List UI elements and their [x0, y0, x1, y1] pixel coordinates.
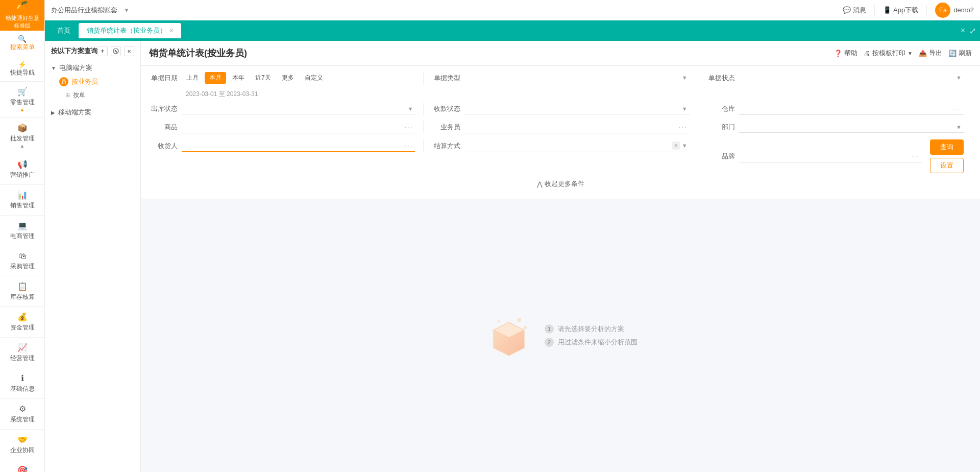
scheme-by-salesperson[interactable]: 员 按业务员	[45, 75, 140, 89]
sidebar-item-sales[interactable]: 📊 销售管理	[0, 185, 44, 216]
filter-cell-outstatus: 出库状态 ▼	[149, 103, 423, 115]
sidebar-item-basics[interactable]: ℹ 基础信息	[0, 368, 44, 399]
collapse-panel-button[interactable]: «	[124, 46, 134, 56]
window-max-button[interactable]: ⤢	[969, 26, 976, 36]
edit-scheme-button[interactable]: ✎	[111, 46, 121, 56]
payment-dropdown[interactable]: × ▼	[464, 139, 689, 152]
page-title: 销货单统计表(按业务员)	[149, 47, 247, 59]
consignee-label: 收货人	[149, 141, 178, 151]
app-logo[interactable]: 🍊 畅捷通好生意 标准版	[0, 0, 44, 31]
empty-content: 1 请先选择要分析的方案 2 用过滤条件来缩小分析范围	[483, 310, 638, 362]
empty-tip-2: 2 用过滤条件来缩小分析范围	[545, 338, 638, 347]
date-this-year-btn[interactable]: 本年	[228, 72, 249, 84]
ecommerce-icon: 💻	[17, 221, 28, 230]
filter-cell-brand: 品牌 ··· 查询 设置	[698, 139, 972, 173]
payment-clear-icon[interactable]: ×	[674, 142, 678, 149]
salesperson-input[interactable]: ···	[464, 121, 689, 133]
consignee-input[interactable]: ···	[182, 139, 415, 152]
sidebar-item-newbie[interactable]: 🎯 新手引导	[0, 460, 44, 472]
sidebar-item-finance[interactable]: 💰 资金管理	[0, 307, 44, 338]
salesperson-label: 业务员	[432, 123, 460, 132]
date-last-month-btn[interactable]: 上月	[182, 72, 203, 84]
receiptstatus-arrow: ▼	[682, 106, 688, 112]
empty-illustration	[483, 310, 534, 362]
sidebar-item-ecommerce[interactable]: 💻 电商管理	[0, 216, 44, 246]
sidebar-item-marketing[interactable]: 📢 营销推广	[0, 154, 44, 185]
filter-cell-payment: 结算方式 × ▼	[423, 139, 697, 152]
query-button[interactable]: 查询	[930, 139, 964, 155]
outstatus-label: 出库状态	[149, 104, 178, 113]
receiptstatus-label: 收款状态	[432, 104, 460, 113]
sidebar-item-retail[interactable]: 🛒 零售管理 ▲	[0, 82, 44, 118]
left-panel-header: 按以下方案查询 + ✎ «	[45, 41, 140, 59]
filter-row-3: 商品 ··· 业务员 ··· 部门	[149, 121, 972, 133]
filter-cell-doctype: 单据类型 ▼	[423, 72, 697, 84]
doctype-dropdown[interactable]: ▼	[464, 73, 689, 83]
computer-scheme-header[interactable]: ▼ 电脑端方案	[45, 61, 140, 75]
date-custom-btn[interactable]: 自定义	[300, 72, 328, 84]
date-more-btn[interactable]: 更多	[277, 72, 299, 84]
dept-dropdown[interactable]: ▼	[739, 122, 964, 133]
sidebar-item-inventory[interactable]: 📋 库存核算	[0, 276, 44, 307]
mobile-scheme-header[interactable]: ▶ 移动端方案	[45, 106, 140, 119]
tab-home[interactable]: 首页	[49, 23, 79, 38]
top-header-right: 💬 消息 📱 App下载 Ea demo2	[843, 3, 974, 18]
svg-point-5	[517, 318, 521, 322]
scheme-sub-by-order[interactable]: ⊞ 按单	[45, 89, 140, 102]
date-filter-group: 上月 本月 本年 近7天 更多 自定义	[182, 72, 415, 84]
print-dropdown-icon: ▼	[908, 51, 913, 56]
newbie-icon: 🎯	[17, 465, 28, 472]
add-scheme-button[interactable]: +	[97, 46, 108, 56]
window-close-button[interactable]: ×	[961, 26, 965, 36]
operations-icon: 📈	[17, 343, 28, 352]
download-icon: 📱	[883, 6, 891, 14]
empty-state: 1 请先选择要分析的方案 2 用过滤条件来缩小分析范围	[141, 199, 980, 472]
docstatus-dropdown[interactable]: ▼	[739, 73, 964, 83]
date-range-row: 2023-03-01 至 2023-03-31	[149, 90, 972, 99]
filter-row-1: 单据日期 上月 本月 本年 近7天 更多 自定义 单据类型	[149, 72, 972, 84]
computer-scheme-group: ▼ 电脑端方案 员 按业务员 ⊞ 按单	[45, 59, 140, 104]
avatar: Ea	[935, 3, 950, 18]
brand-input[interactable]: ···	[739, 150, 922, 162]
help-button[interactable]: ❓ 帮助	[834, 49, 857, 58]
export-button[interactable]: 📤 导出	[919, 49, 942, 58]
left-panel-icons: + ✎ «	[97, 46, 134, 56]
refresh-button[interactable]: 🔄 刷新	[948, 49, 972, 58]
date-this-month-btn[interactable]: 本月	[205, 72, 226, 84]
app-download-button[interactable]: 📱 App下载	[883, 6, 918, 15]
app-logo-text: 畅捷通好生意 标准版	[6, 14, 39, 30]
collapse-row: ⋀ 收起更多条件	[149, 173, 972, 193]
message-button[interactable]: 💬 消息	[843, 6, 866, 15]
user-avatar-button[interactable]: Ea demo2	[935, 3, 974, 18]
sidebar-item-collab[interactable]: 🤝 企业协同	[0, 430, 44, 460]
filter-cell-salesperson: 业务员 ···	[423, 121, 697, 133]
outstatus-dropdown[interactable]: ▼	[182, 104, 415, 114]
sidebar-item-search[interactable]: 🔍 搜索菜单	[0, 31, 44, 56]
basics-icon: ℹ	[21, 373, 24, 383]
tab-sales-stats[interactable]: 销货单统计表（按业务员） ×	[79, 23, 181, 38]
date-last7-btn[interactable]: 近7天	[251, 72, 276, 84]
sidebar-item-operations[interactable]: 📈 经营管理	[0, 338, 44, 368]
goods-label: 商品	[149, 123, 178, 132]
sidebar-item-purchase[interactable]: 🛍 采购管理	[0, 246, 44, 276]
dropdown-arrow-icon[interactable]: ▼	[124, 7, 130, 14]
warehouse-input[interactable]: ···	[739, 103, 964, 115]
payment-clear-tag[interactable]: ×	[672, 141, 680, 150]
print-button[interactable]: 🖨 按模板打印 ▼	[864, 49, 913, 58]
settings-button[interactable]: 设置	[930, 158, 964, 173]
sidebar: 🍊 畅捷通好生意 标准版 🔍 搜索菜单 ⚡ 快捷导航 🛒 零售管理 ▲ 📦 批发…	[0, 0, 45, 472]
svg-point-6	[524, 326, 527, 329]
receiptstatus-dropdown[interactable]: ▼	[464, 104, 689, 114]
outstatus-arrow: ▼	[407, 106, 413, 112]
help-icon: ❓	[834, 50, 842, 57]
date-label: 单据日期	[149, 74, 178, 83]
sidebar-item-wholesale[interactable]: 📦 批发管理 ▲	[0, 118, 44, 154]
sidebar-item-system[interactable]: ⚙ 系统管理	[0, 399, 44, 430]
filter-cell-consignee: 收货人 ···	[149, 139, 423, 152]
divider	[874, 5, 875, 15]
dept-arrow: ▼	[956, 124, 962, 130]
sidebar-item-shortcut[interactable]: ⚡ 快捷导航	[0, 56, 44, 82]
tab-close-button[interactable]: ×	[169, 27, 173, 34]
collapse-button[interactable]: ⋀ 收起更多条件	[533, 175, 589, 193]
goods-input[interactable]: ···	[182, 121, 415, 133]
